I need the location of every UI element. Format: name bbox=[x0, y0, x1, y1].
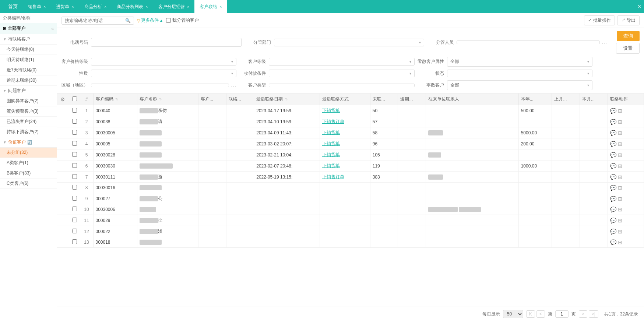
row-checkbox[interactable] bbox=[72, 174, 77, 179]
row-checkbox[interactable] bbox=[72, 239, 77, 244]
close-icon[interactable]: × bbox=[43, 4, 46, 9]
td-check[interactable] bbox=[69, 149, 80, 160]
row-checkbox[interactable] bbox=[72, 130, 77, 135]
sidebar-group-problem[interactable]: ▼ 问题客户 bbox=[0, 86, 57, 96]
grid-action-icon[interactable]: ⊞ bbox=[618, 185, 622, 191]
th-type[interactable]: 客户... bbox=[198, 94, 226, 105]
next-page-button[interactable]: > bbox=[579, 310, 587, 318]
nature-select[interactable]: ▾ bbox=[91, 70, 236, 77]
td-check[interactable] bbox=[69, 226, 80, 237]
price-level-select[interactable]: ▾ bbox=[91, 58, 236, 66]
row-checkbox[interactable] bbox=[72, 185, 77, 190]
sidebar-item-today-pending[interactable]: 今天待联络(0) bbox=[0, 45, 57, 55]
all-customers-header[interactable]: ⊞ 全部客户 « bbox=[0, 23, 57, 34]
close-icon[interactable]: × bbox=[187, 4, 189, 9]
search-box[interactable]: 🔍 bbox=[61, 17, 134, 25]
sidebar-item-declining[interactable]: 持续下滑客户(2) bbox=[0, 127, 57, 137]
th-last-contact-date[interactable]: 最后联络日期 ⇅ bbox=[254, 94, 320, 105]
td-last-contact-way[interactable]: 下销售订单 bbox=[320, 172, 370, 183]
td-last-contact-way[interactable]: 下销货单 bbox=[320, 105, 370, 116]
th-company-contact[interactable]: 往来单位联系人 bbox=[426, 94, 519, 105]
dots-icon[interactable]: … bbox=[601, 39, 607, 46]
sidebar-item-class-c[interactable]: C类客户(6) bbox=[0, 179, 57, 189]
person-input[interactable] bbox=[457, 40, 600, 44]
chat-icon[interactable]: 💬 bbox=[610, 218, 616, 223]
td-check[interactable] bbox=[69, 127, 80, 138]
td-check[interactable] bbox=[69, 160, 80, 172]
th-this-year[interactable]: 本年... bbox=[518, 94, 552, 105]
batch-op-button[interactable]: ✓ 批量操作 bbox=[584, 15, 615, 25]
sidebar-item-overdue-pending[interactable]: 逾期未联络(30) bbox=[0, 75, 57, 86]
page-number-input[interactable] bbox=[555, 310, 569, 318]
grid-action-icon[interactable]: ⊞ bbox=[618, 141, 622, 147]
th-last-contact-way[interactable]: 最后联络方式 bbox=[320, 94, 370, 105]
sidebar-item-churned[interactable]: 已流失客户(24) bbox=[0, 117, 57, 127]
grid-action-icon[interactable]: ⊞ bbox=[618, 130, 622, 136]
row-checkbox[interactable] bbox=[72, 218, 77, 222]
close-icon[interactable]: × bbox=[145, 4, 148, 9]
dots-icon[interactable]: … bbox=[230, 82, 236, 89]
td-last-contact-way[interactable]: 下销货单 bbox=[320, 149, 370, 160]
grid-action-icon[interactable]: ⊞ bbox=[618, 229, 622, 234]
chat-icon[interactable]: 💬 bbox=[610, 229, 616, 234]
sidebar-item-tomorrow-pending[interactable]: 明天待联络(1) bbox=[0, 55, 57, 65]
nav-tab-customer-segment[interactable]: 客户分层经营 × bbox=[153, 0, 194, 13]
search-icon[interactable]: 🔍 bbox=[125, 18, 131, 23]
chat-icon[interactable]: 💬 bbox=[610, 152, 616, 158]
retail-customer-select[interactable]: 全部 ▾ bbox=[447, 80, 592, 90]
dept-select[interactable]: ▾ bbox=[274, 39, 425, 46]
close-icon[interactable]: × bbox=[219, 4, 222, 9]
chat-icon[interactable]: 💬 bbox=[610, 108, 616, 114]
td-check[interactable] bbox=[69, 204, 80, 215]
row-checkbox[interactable] bbox=[72, 152, 77, 157]
row-checkbox[interactable] bbox=[72, 108, 77, 113]
grid-action-icon[interactable]: ⊞ bbox=[618, 218, 622, 223]
grid-action-icon[interactable]: ⊞ bbox=[618, 239, 622, 245]
th-overdue[interactable]: 逾期... bbox=[398, 94, 426, 105]
th-code[interactable]: 客户编码 ⇅ bbox=[93, 94, 137, 105]
sidebar-search-input[interactable] bbox=[3, 15, 57, 21]
chat-icon[interactable]: 💬 bbox=[610, 185, 616, 191]
prev-page-button[interactable]: < bbox=[536, 310, 545, 318]
td-last-contact-way[interactable]: 下销售订单 bbox=[320, 116, 370, 127]
nav-tab-customer-contact[interactable]: 客户联络 × bbox=[194, 0, 227, 13]
row-checkbox[interactable] bbox=[72, 207, 77, 211]
th-this-month[interactable]: 本月... bbox=[580, 94, 608, 105]
customer-type-input[interactable] bbox=[269, 84, 414, 87]
sidebar-item-hoarding[interactable]: 囤购异常客户(2) bbox=[0, 96, 57, 106]
phone-input[interactable] bbox=[91, 38, 242, 47]
nav-tab-purchase[interactable]: 进货单 × bbox=[51, 0, 79, 13]
sidebar-item-7day-pending[interactable]: 近7天待联络(0) bbox=[0, 65, 57, 75]
chat-icon[interactable]: 💬 bbox=[610, 130, 616, 136]
sidebar-item-class-a[interactable]: A类客户(1) bbox=[0, 158, 57, 168]
sidebar-search-box[interactable]: 🔍 bbox=[0, 13, 57, 23]
gear-icon[interactable]: ⚙ bbox=[60, 96, 65, 102]
page-size-select[interactable]: 50 100 200 bbox=[503, 310, 523, 318]
td-check[interactable] bbox=[69, 237, 80, 248]
sidebar-item-class-b[interactable]: B类客户(33) bbox=[0, 168, 57, 179]
my-customers-checkbox[interactable] bbox=[166, 18, 171, 23]
chat-icon[interactable]: 💬 bbox=[610, 141, 616, 147]
td-check[interactable] bbox=[69, 172, 80, 183]
chat-icon[interactable]: 💬 bbox=[610, 119, 616, 125]
payment-select[interactable]: ▾ bbox=[269, 70, 414, 77]
th-contact[interactable]: 联络... bbox=[226, 94, 254, 105]
grid-action-icon[interactable]: ⊞ bbox=[618, 196, 622, 202]
td-check[interactable] bbox=[69, 105, 80, 116]
chat-icon[interactable]: 💬 bbox=[610, 239, 616, 245]
th-check[interactable] bbox=[69, 94, 80, 105]
nav-tab-analysis[interactable]: 商品分析 × bbox=[79, 0, 112, 13]
chat-icon[interactable]: 💬 bbox=[610, 174, 616, 180]
td-check[interactable] bbox=[69, 183, 80, 193]
chat-icon[interactable]: 💬 bbox=[610, 163, 616, 169]
td-check[interactable] bbox=[69, 193, 80, 204]
window-close-icon[interactable]: × bbox=[638, 3, 641, 10]
grid-action-icon[interactable]: ⊞ bbox=[618, 174, 622, 180]
region-input[interactable] bbox=[91, 84, 229, 87]
th-name[interactable]: 客户名称 ⇅ bbox=[137, 94, 198, 105]
grid-action-icon[interactable]: ⊞ bbox=[618, 108, 622, 114]
row-checkbox[interactable] bbox=[72, 196, 77, 201]
td-last-contact-way[interactable]: 下销货单 bbox=[320, 160, 370, 172]
chat-icon[interactable]: 💬 bbox=[610, 207, 616, 212]
td-check[interactable] bbox=[69, 138, 80, 149]
